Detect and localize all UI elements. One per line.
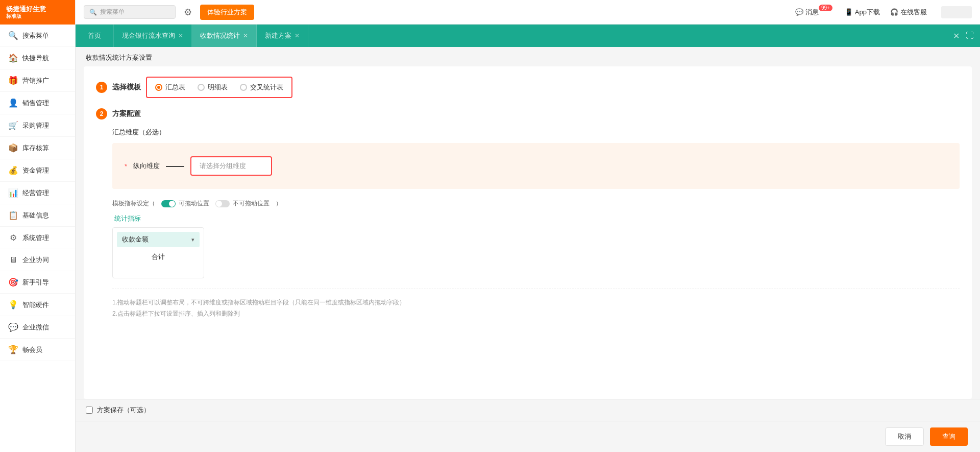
step2-title: 方案配置 [112, 109, 141, 118]
sidebar-item-label: 库存核算 [22, 144, 49, 153]
sidebar-item-system[interactable]: ⚙ 系统管理 [0, 227, 75, 249]
user-avatar[interactable] [941, 6, 972, 18]
step1-header: 1 选择模板 汇总表 明细表 [96, 77, 960, 98]
query-button[interactable]: 查询 [930, 427, 968, 446]
clipboard-icon: 📋 [8, 210, 18, 220]
dimension-input[interactable]: 请选择分组维度 [190, 156, 272, 176]
search-bar[interactable]: 🔍 搜索菜单 [84, 5, 176, 19]
cart-icon: 🛒 [8, 121, 18, 130]
sidebar-item-search[interactable]: 🔍 搜索菜单 [0, 25, 75, 47]
money-icon: 💰 [8, 165, 18, 175]
box-icon: 📦 [8, 143, 18, 153]
metric-item-revenue[interactable]: 收款金额 ▾ [117, 232, 200, 247]
step1-title: 选择模板 [112, 83, 141, 92]
sidebar-item-label: 企业微信 [22, 323, 49, 332]
radio-cross-dot [240, 84, 247, 91]
topbar-right: 💬 消息 99+ 📱 App下载 🎧 在线客服 [795, 6, 972, 18]
tab-receipts-label: 收款情况统计 [200, 31, 240, 40]
radio-detail-label: 明细表 [208, 83, 228, 92]
settings-icon[interactable]: ⚙ [184, 7, 192, 18]
search-icon: 🔍 [8, 31, 18, 40]
sidebar-item-label: 营销推广 [22, 76, 49, 85]
vertical-dimension-label: 纵向维度 [133, 161, 160, 171]
sidebar-item-finance[interactable]: 💰 资金管理 [0, 159, 75, 182]
download-icon: 📱 [845, 8, 853, 16]
sidebar-item-member[interactable]: 🏆 畅会员 [0, 339, 75, 361]
sidebar-item-basic[interactable]: 📋 基础信息 [0, 204, 75, 227]
sidebar-header: 畅捷通好生意 标准版 [0, 0, 75, 25]
radio-detail[interactable]: 明细表 [198, 83, 228, 92]
tab-newplan-label: 新建方案 [265, 31, 291, 40]
save-section: 方案保存（可选） [76, 399, 980, 421]
sidebar-item-wechat[interactable]: 💬 企业微信 [0, 316, 75, 339]
toggle-fixed-switch[interactable] [215, 200, 230, 207]
dimension-section-label: 汇总维度（必选） [112, 128, 960, 137]
sidebar-item-label: 资金管理 [22, 166, 49, 175]
metric-dropdown-icon[interactable]: ▾ [191, 236, 194, 243]
save-label: 方案保存（可选） [97, 406, 150, 415]
topbar: 🔍 搜索菜单 ⚙ 体验行业方案 💬 消息 99+ 📱 App下载 🎧 在线客服 [76, 0, 980, 25]
hardware-icon: 💡 [8, 300, 18, 310]
toggle-draggable-label: 可拖动位置 [179, 199, 209, 208]
tab-receipts[interactable]: 收款情况统计 ✕ [192, 25, 257, 47]
sidebar-item-label: 系统管理 [22, 233, 49, 243]
gift-icon: 🎁 [8, 76, 18, 85]
home-icon: 🏠 [8, 53, 18, 63]
toggle-fixed[interactable]: 不可拖动位置 [215, 199, 270, 208]
dimension-row: * 纵向维度 —— 请选择分组维度 [125, 156, 272, 176]
sidebar-item-inventory[interactable]: 📦 库存核算 [0, 137, 75, 159]
tab-receipts-close[interactable]: ✕ [243, 32, 248, 39]
radio-summary[interactable]: 汇总表 [155, 83, 185, 92]
save-checkbox[interactable] [86, 407, 93, 414]
tab-newplan[interactable]: 新建方案 ✕ [257, 25, 308, 47]
tab-cashflow[interactable]: 现金银行流水查询 ✕ [114, 25, 192, 47]
sidebar-item-hardware[interactable]: 💡 智能硬件 [0, 294, 75, 316]
dimension-placeholder: 请选择分组维度 [200, 162, 246, 170]
tab-home[interactable]: 首页 [76, 25, 114, 47]
close-window-icon[interactable]: ✕ [953, 31, 960, 41]
notification-item[interactable]: 💬 消息 99+ [795, 8, 835, 17]
monitor-icon: 🖥 [8, 255, 18, 265]
notification-badge: 99+ [819, 5, 832, 11]
sidebar-item-label: 采购管理 [22, 121, 49, 130]
cancel-button[interactable]: 取消 [885, 427, 924, 446]
download-item[interactable]: 📱 App下载 [845, 8, 880, 17]
radio-detail-dot [198, 84, 205, 91]
target-icon: 🎯 [8, 277, 18, 287]
sidebar-item-label: 新手引导 [22, 278, 49, 287]
toggle-fixed-label: 不可拖动位置 [233, 199, 270, 208]
tip-2: 2.点击标题栏下拉可设置排序、插入列和删除列 [112, 310, 240, 317]
sidebar-item-marketing[interactable]: 🎁 营销推广 [0, 69, 75, 92]
service-item[interactable]: 🎧 在线客服 [890, 8, 927, 17]
step2-header: 2 方案配置 [96, 108, 960, 120]
sidebar-item-quicknav[interactable]: 🏠 快捷导航 [0, 47, 75, 69]
sidebar-item-guide[interactable]: 🎯 新手引导 [0, 271, 75, 294]
sidebar-item-operation[interactable]: 📊 经营管理 [0, 182, 75, 204]
sidebar-item-label: 企业协同 [22, 255, 49, 265]
metrics-label-prefix: 模板指标设定（ [112, 199, 155, 208]
page-title: 收款情况统计方案设置 [76, 47, 980, 66]
required-asterisk: * [125, 162, 127, 170]
search-placeholder: 搜索菜单 [100, 8, 125, 16]
industry-btn[interactable]: 体验行业方案 [200, 5, 254, 20]
page-content: 收款情况统计方案设置 1 选择模板 汇总表 明细表 [76, 47, 980, 452]
tab-cashflow-close[interactable]: ✕ [178, 32, 183, 39]
sidebar-item-enterprise[interactable]: 🖥 企业协同 [0, 249, 75, 271]
radio-cross[interactable]: 交叉统计表 [240, 83, 283, 92]
toggle-draggable-switch[interactable] [161, 200, 176, 207]
sidebar-item-sales[interactable]: 👤 销售管理 [0, 92, 75, 114]
person-icon: 👤 [8, 98, 18, 108]
sidebar: 畅捷通好生意 标准版 🔍 搜索菜单 🏠 快捷导航 🎁 营销推广 👤 销售管理 🛒… [0, 0, 76, 452]
sidebar-item-purchase[interactable]: 🛒 采购管理 [0, 114, 75, 137]
metrics-label-suffix: ） [276, 199, 282, 208]
metrics-title: 统计指标 [112, 214, 960, 223]
toggle-draggable[interactable]: 可拖动位置 [161, 199, 209, 208]
tabbar: 首页 现金银行流水查询 ✕ 收款情况统计 ✕ 新建方案 ✕ ✕ ⛶ [76, 25, 980, 47]
tab-cashflow-label: 现金银行流水查询 [122, 31, 175, 40]
step1-section: 1 选择模板 汇总表 明细表 [96, 77, 960, 98]
tab-newplan-close[interactable]: ✕ [295, 32, 300, 39]
expand-window-icon[interactable]: ⛶ [966, 31, 974, 40]
step2-badge: 2 [96, 108, 107, 120]
tab-home-label: 首页 [88, 31, 101, 40]
sidebar-item-label: 智能硬件 [22, 300, 49, 310]
